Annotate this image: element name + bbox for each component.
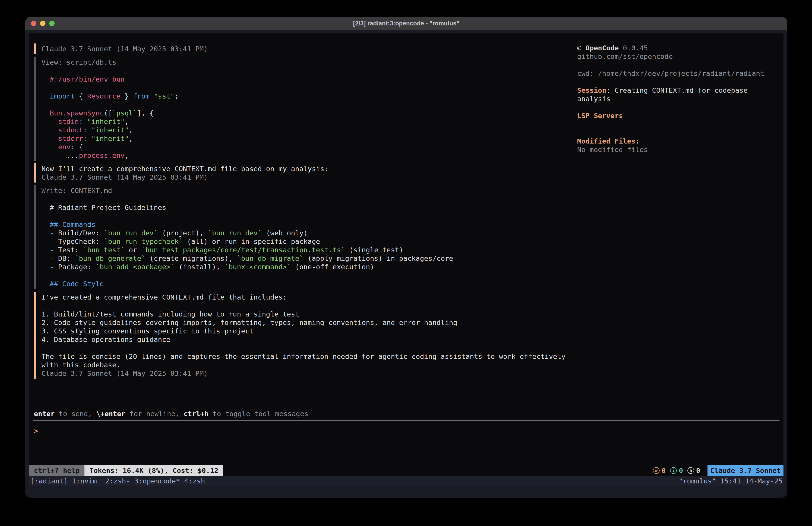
text-segment: `bun add <package>` xyxy=(96,263,175,271)
text-segment: - xyxy=(50,229,54,237)
sidebar: © OpenCode 0.0.45 github.com/sst/opencod… xyxy=(577,44,783,154)
text-segment: DB: xyxy=(54,254,75,262)
text-segment: ([ xyxy=(104,109,112,117)
text-segment xyxy=(41,143,58,151)
text-segment: with this codebase. xyxy=(41,361,120,369)
assistant-summary-block: I've created a comprehensive CONTEXT.md … xyxy=(34,293,774,378)
terminal-line: ## Code Style xyxy=(41,280,774,288)
text-segment: : xyxy=(83,126,87,134)
text-segment xyxy=(41,134,58,142)
statusbar-spacer xyxy=(223,465,653,476)
text-segment: # Radiant Project Guidelines xyxy=(41,203,166,212)
help-text: to send, xyxy=(55,410,96,418)
window-titlebar[interactable]: [2/3] radiant:3:opencode - "romulus" xyxy=(25,17,787,30)
zoom-button[interactable] xyxy=(49,21,55,26)
modified-files-heading: Modified Files: xyxy=(577,137,783,145)
lsp-servers-heading: LSP Servers xyxy=(577,111,783,120)
text-segment: from xyxy=(133,92,150,100)
app-title-row: © OpenCode 0.0.45 xyxy=(577,44,783,52)
text-segment: : xyxy=(83,134,87,142)
text-segment xyxy=(41,263,50,271)
tmux-window-list[interactable]: [radiant] 1:nvim 2:zsh- 3:opencode* 4:zs… xyxy=(30,477,205,485)
text-segment: `bun test packages/core/test/transaction… xyxy=(141,246,345,254)
text-segment: # xyxy=(50,75,54,83)
text-segment: (all) or run in specific package xyxy=(183,237,320,245)
terminal-line: 1. Build/lint/test commands including ho… xyxy=(41,310,774,318)
app-name: OpenCode xyxy=(585,44,619,52)
help-text: to toggle tool messages xyxy=(208,410,308,418)
diagnostic-i-icon: i xyxy=(670,467,677,474)
text-segment: The file is concise (20 lines) and captu… xyxy=(41,352,566,360)
text-segment: Claude 3.7 Sonnet (14 May 2025 03:41 PM) xyxy=(41,173,208,181)
text-segment: (install), xyxy=(174,263,224,271)
text-segment: stderr xyxy=(58,134,83,142)
shortcut-key: \+enter xyxy=(96,410,126,418)
terminal-line: 4. Database operations guidance xyxy=(41,335,774,344)
text-segment: (create migrations), xyxy=(145,254,237,262)
close-button[interactable] xyxy=(31,21,36,26)
text-segment: Build/Dev: xyxy=(54,229,104,237)
message-input[interactable]: > xyxy=(29,421,783,465)
diagnostic-count: 0 xyxy=(696,466,700,475)
text-segment: (project), xyxy=(158,229,208,237)
text-segment: `bun run dev` xyxy=(208,229,262,237)
tokens-cost-chip: Tokens: 16.4K (8%), Cost: $0.12 xyxy=(85,465,223,476)
model-chip[interactable]: Claude 3.7 Sonnet xyxy=(708,465,783,476)
text-segment xyxy=(41,109,50,117)
text-segment xyxy=(41,92,50,100)
terminal-line: - Test: `bun test` or `bun test packages… xyxy=(41,246,774,254)
diagnostic-count: 0 xyxy=(662,466,666,475)
text-segment: , xyxy=(129,134,133,142)
text-segment: I've created a comprehensive CONTEXT.md … xyxy=(41,293,287,301)
text-segment xyxy=(41,117,58,126)
diagnostic-count: 0 xyxy=(679,466,683,475)
text-segment: 2. Code style guidelines covering import… xyxy=(41,318,457,327)
text-segment: 3. CSS styling conventions specific to t… xyxy=(41,327,253,335)
text-segment xyxy=(87,126,91,134)
terminal-line: I've created a comprehensive CONTEXT.md … xyxy=(41,293,774,301)
terminal-line: Write: CONTEXT.md xyxy=(41,186,774,195)
status-bar: ctrl+? help Tokens: 16.4K (8%), Cost: $0… xyxy=(29,465,783,476)
terminal-line: ## Commands xyxy=(41,220,774,229)
text-segment: "inherit" xyxy=(91,126,129,134)
diagnostic-i: i0 xyxy=(670,466,683,475)
tool-write-block: Write: CONTEXT.md # Radiant Project Guid… xyxy=(34,186,774,288)
text-segment: , xyxy=(125,151,129,159)
text-segment: (single test) xyxy=(345,246,403,254)
terminal-line xyxy=(41,212,774,220)
text-segment: - xyxy=(50,246,54,254)
terminal-line: Claude 3.7 Sonnet (14 May 2025 03:41 PM) xyxy=(41,173,774,182)
help-text: for newline, xyxy=(126,410,184,418)
input-help-text: enter to send, \+enter for newline, ctrl… xyxy=(29,409,783,418)
text-segment: - xyxy=(50,237,54,245)
assistant-message-block: Now I'll create a comprehensive CONTEXT.… xyxy=(34,165,774,182)
text-segment: stdout xyxy=(58,126,83,134)
prompt-caret: > xyxy=(34,427,38,435)
text-segment: ], { xyxy=(137,109,154,117)
session-label: Session xyxy=(577,86,606,94)
text-segment: `bun run dev` xyxy=(104,229,158,237)
text-segment: , xyxy=(125,117,129,126)
terminal-line: - DB: `bun db generate` (create migratio… xyxy=(41,254,774,262)
text-segment: Write: CONTEXT.md xyxy=(41,187,112,195)
text-segment: { xyxy=(75,143,83,151)
text-segment xyxy=(41,254,50,262)
text-segment: `bun test` xyxy=(83,246,125,254)
text-segment: `bunx <command>` xyxy=(224,263,291,271)
app-version: 0.0.45 xyxy=(623,44,648,52)
cwd-value: /home/thdxr/dev/projects/radiant/radiant xyxy=(598,69,764,77)
text-segment: ; xyxy=(174,92,179,100)
text-segment: stdin xyxy=(58,117,79,126)
text-segment: ## Code Style xyxy=(41,280,104,288)
terminal-line: The file is concise (20 lines) and captu… xyxy=(41,352,774,360)
text-segment: process.env xyxy=(79,151,125,159)
text-segment: } xyxy=(120,92,133,100)
terminal-line: with this codebase. xyxy=(41,360,774,369)
text-segment: /usr/bin/env bun xyxy=(58,75,125,83)
minimize-button[interactable] xyxy=(40,21,45,26)
text-segment: "inherit" xyxy=(87,117,125,126)
text-segment: Claude 3.7 Sonnet (14 May 2025 03:41 PM) xyxy=(41,45,208,53)
terminal-line: - Package: `bun add <package>` (install)… xyxy=(41,262,774,271)
help-shortcut-chip[interactable]: ctrl+? help xyxy=(29,465,85,476)
opencode-tui: Claude 3.7 Sonnet (14 May 2025 03:41 PM)… xyxy=(29,33,783,476)
